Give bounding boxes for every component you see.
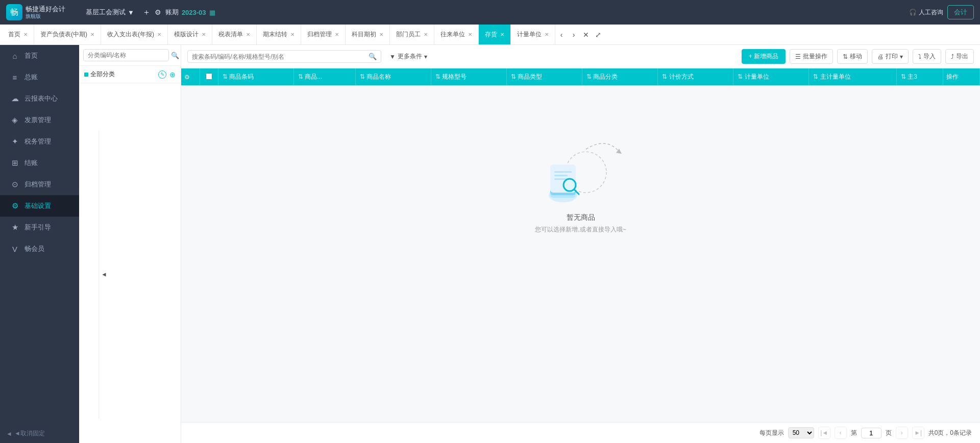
batch-operation-btn[interactable]: ☰ 批量操作 (790, 49, 833, 64)
table-header-row: ⚙ ⇅ 商品条码 ⇅ 商品... (181, 68, 980, 85)
tab-close-模版设计[interactable]: ✕ (202, 32, 206, 37)
th-action: 操作 (943, 68, 980, 85)
tab-close-部门员工[interactable]: ✕ (424, 32, 428, 37)
top-bar: 畅 畅捷通好会计 旗舰版 基层工会测试 ▼ ＋ ⚙ 账期 2023-03 ▦ 🎧… (0, 0, 980, 25)
th-barcode[interactable]: ⇅ 商品条码 (218, 68, 293, 85)
more-filter-btn[interactable]: ▼ 更多条件 ▾ (385, 50, 431, 63)
th-name[interactable]: ⇅ 商品名称 (355, 68, 431, 85)
sidebar-item-report[interactable]: ☁ 云报表中心 (0, 88, 79, 109)
export-btn[interactable]: ⤴ 导出 (945, 49, 974, 64)
tab-close-期末结转[interactable]: ✕ (290, 32, 295, 37)
th-main-unit[interactable]: ⇅ 主计量单位 (809, 68, 896, 85)
print-btn[interactable]: 🖨 打印 ▾ (872, 49, 909, 64)
total-records: 共0页，0条记录 (928, 429, 972, 437)
tab-close-往来单位[interactable]: ✕ (468, 32, 472, 37)
tab-prev-btn[interactable]: ‹ (555, 25, 568, 45)
move-btn[interactable]: ⇅ 移动 (837, 49, 868, 64)
settings-icon: ⚙ (10, 201, 19, 211)
ledger-icon: ≡ (10, 73, 19, 82)
th-type[interactable]: ⇅ 商品类型 (506, 68, 582, 85)
sidebar-item-member[interactable]: V 畅会员 (0, 238, 79, 260)
page-number-input[interactable]: 1 (861, 428, 881, 438)
guide-icon: ★ (10, 223, 19, 232)
last-page-btn[interactable]: ►| (912, 427, 924, 439)
import-btn[interactable]: ⤵ 导入 (913, 49, 941, 64)
logo-area: 畅 畅捷通好会计 旗舰版 (6, 4, 78, 20)
calendar-icon[interactable]: ▦ (209, 9, 215, 16)
tab-科目期初[interactable]: 科目期初 ✕ (346, 25, 390, 45)
th-code[interactable]: ⇅ 商品... (293, 68, 355, 85)
cancel-fixed-btn[interactable]: ◄ ◄取消固定 (0, 424, 79, 443)
print-chevron: ▾ (900, 53, 903, 60)
select-all-checkbox[interactable] (206, 73, 212, 80)
sidebar-item-settings[interactable]: ⚙ 基础设置 (0, 195, 79, 217)
tab-close-收入支出表[interactable]: ✕ (157, 32, 161, 37)
tab-首页[interactable]: 首页 ✕ (2, 25, 34, 45)
tab-期末结转[interactable]: 期末结转 ✕ (257, 25, 301, 45)
empty-title: 暂无商品 (567, 213, 595, 222)
product-search-icon[interactable]: 🔍 (369, 53, 377, 60)
tab-close-科目期初[interactable]: ✕ (379, 32, 383, 37)
tab-归档管理[interactable]: 归档管理 ✕ (301, 25, 346, 45)
company-selector[interactable]: 基层工会测试 ▼ (82, 6, 138, 19)
page-size-select[interactable]: 50 10 20 100 (788, 427, 814, 438)
sidebar-item-invoice[interactable]: ◈ 发票管理 (0, 109, 79, 131)
chevron-down-icon: ▼ (128, 9, 134, 16)
sort-icon: ⇅ (586, 73, 592, 80)
th-spec[interactable]: ⇅ 规格型号 (431, 68, 506, 85)
tab-存货[interactable]: 存货 ✕ (479, 25, 511, 45)
sidebar-item-tax[interactable]: ✦ 税务管理 (0, 131, 79, 152)
tab-close-存货[interactable]: ✕ (500, 32, 504, 37)
top-right: 🎧 人工咨询 会计 (909, 5, 974, 19)
th-col3[interactable]: ⇅ 主3 (896, 68, 943, 85)
column-settings-icon[interactable]: ⚙ (184, 74, 190, 81)
tab-往来单位[interactable]: 往来单位 ✕ (434, 25, 479, 45)
th-price-type[interactable]: ⇅ 计价方式 (658, 68, 733, 85)
sidebar-item-home[interactable]: ⌂ 首页 (0, 45, 79, 66)
category-search-input[interactable] (83, 49, 169, 61)
th-checkbox[interactable] (200, 68, 218, 85)
category-search-icon[interactable]: 🔍 (171, 52, 179, 59)
tab-模版设计[interactable]: 模版设计 ✕ (168, 25, 212, 45)
product-table: ⚙ ⇅ 商品条码 ⇅ 商品... (181, 68, 980, 85)
tab-close-资产负债表[interactable]: ✕ (90, 32, 94, 37)
tab-部门员工[interactable]: 部门员工 ✕ (390, 25, 434, 45)
toolbar-right: + 新增商品 ☰ 批量操作 ⇅ 移动 🖨 打印 ▾ (742, 49, 974, 64)
collapse-panel-btn[interactable]: ◄ (99, 269, 109, 280)
add-icon[interactable]: ＋ (142, 7, 151, 18)
category-label[interactable]: 全部分类 (90, 70, 115, 79)
tab-close-税表清单[interactable]: ✕ (246, 32, 250, 37)
category-edit-icon[interactable]: ✎ (158, 71, 166, 79)
sort-icon: ⇅ (435, 73, 440, 80)
sidebar-item-archive[interactable]: ⊙ 归档管理 (0, 174, 79, 195)
th-category[interactable]: ⇅ 商品分类 (582, 68, 658, 85)
first-page-btn[interactable]: |◄ (818, 427, 830, 439)
tab-计量单位[interactable]: 计量单位 ✕ (511, 25, 555, 45)
add-product-btn[interactable]: + 新增商品 (742, 49, 786, 64)
tab-收入支出表[interactable]: 收入支出表(年报) ✕ (101, 25, 168, 45)
th-unit[interactable]: ⇅ 计量单位 (733, 68, 809, 85)
sidebar-item-settle[interactable]: ⊞ 结账 (0, 152, 79, 174)
tab-close-计量单位[interactable]: ✕ (545, 32, 549, 37)
tab-next-btn[interactable]: › (568, 25, 580, 45)
ai-consult-btn[interactable]: 🎧 人工咨询 (909, 8, 943, 17)
th-setting[interactable]: ⚙ (181, 68, 200, 85)
tab-close-归档管理[interactable]: ✕ (335, 32, 339, 37)
move-icon: ⇅ (843, 53, 848, 60)
category-header: 全部分类 ✎ ⊕ (79, 66, 181, 83)
tab-close-all-btn[interactable]: ✕ (580, 25, 592, 45)
settings-icon[interactable]: ⚙ (155, 8, 161, 16)
next-page-btn[interactable]: › (896, 427, 908, 439)
category-add-icon[interactable]: ⊕ (169, 71, 176, 79)
sidebar-item-ledger[interactable]: ≡ 总账 (0, 66, 79, 88)
sidebar-item-guide[interactable]: ★ 新手引导 (0, 217, 79, 238)
product-search-input[interactable] (192, 53, 369, 60)
empty-state: 暂无商品 您可以选择新增,或者直接导入哦~ (181, 85, 980, 275)
tab-资产负债表[interactable]: 资产负债表(中期) ✕ (34, 25, 101, 45)
tab-close-首页[interactable]: ✕ (23, 32, 28, 37)
kuaiji-button[interactable]: 会计 (947, 5, 974, 19)
tab-税表清单[interactable]: 税表清单 ✕ (212, 25, 257, 45)
prev-page-btn[interactable]: ‹ (835, 427, 847, 439)
tab-expand-btn[interactable]: ⤢ (592, 25, 604, 45)
tab-bar: 首页 ✕ 资产负债表(中期) ✕ 收入支出表(年报) ✕ 模版设计 ✕ 税表清单… (0, 25, 980, 45)
